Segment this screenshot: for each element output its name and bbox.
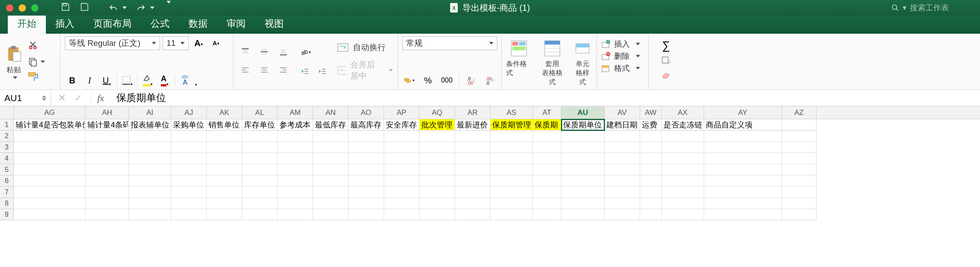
cancel-edit-icon[interactable]: ✕ [58, 92, 66, 104]
cell-AM9[interactable] [278, 209, 313, 220]
cell-AY8[interactable] [704, 198, 782, 209]
cell-AT1[interactable]: 保质期 [533, 119, 561, 130]
cell-AN4[interactable] [313, 153, 349, 164]
cell-AG1[interactable]: 辅计量4是否包装单位 [14, 119, 86, 130]
cell-AK8[interactable] [207, 198, 242, 209]
cell-AT5[interactable] [533, 164, 561, 175]
cell-AW5[interactable] [640, 164, 662, 175]
cell-AU1[interactable]: 保质期单位 [561, 119, 605, 130]
cell-AI1[interactable]: 报表辅单位 [129, 119, 171, 130]
cell-AU5[interactable] [561, 164, 605, 175]
cell-AU4[interactable] [561, 153, 605, 164]
cell-AR8[interactable] [455, 198, 490, 209]
cell-AJ5[interactable] [171, 164, 207, 175]
cell-AH4[interactable] [86, 153, 129, 164]
cell-AP6[interactable] [384, 175, 420, 187]
cell-AW2[interactable] [640, 130, 662, 142]
cell-AN7[interactable] [313, 187, 349, 198]
cell-AN8[interactable] [313, 198, 349, 209]
tab-review[interactable]: 审阅 [217, 14, 255, 34]
column-header-AP[interactable]: AP [384, 106, 420, 119]
cell-AV5[interactable] [605, 164, 640, 175]
save-icon[interactable] [61, 2, 70, 14]
cell-AS3[interactable] [490, 142, 533, 153]
cell-AI5[interactable] [129, 164, 171, 175]
increase-decimal-button[interactable]: .0.00 [464, 74, 478, 87]
cell-AO6[interactable] [349, 175, 384, 187]
formula-input[interactable] [111, 92, 980, 104]
cell-AT8[interactable] [533, 198, 561, 209]
search-input[interactable] [910, 3, 970, 13]
cell-AX1[interactable]: 是否走冻链 [662, 119, 704, 130]
cell-AT6[interactable] [533, 175, 561, 187]
cell-AL2[interactable] [242, 130, 278, 142]
cell-AN3[interactable] [313, 142, 349, 153]
cell-AZ5[interactable] [782, 164, 817, 175]
percent-button[interactable]: % [421, 74, 435, 87]
cell-AP5[interactable] [384, 164, 420, 175]
fx-icon[interactable]: fx [91, 92, 104, 104]
cell-AK5[interactable] [207, 164, 242, 175]
cell-AV1[interactable]: 建档日期 [605, 119, 640, 130]
cell-AT2[interactable] [533, 130, 561, 142]
cut-icon[interactable] [28, 40, 45, 52]
row-header-9[interactable]: 9 [0, 209, 14, 220]
cell-AM7[interactable] [278, 187, 313, 198]
cell-AQ3[interactable] [420, 142, 455, 153]
cell-AI9[interactable] [129, 209, 171, 220]
column-header-AJ[interactable]: AJ [171, 106, 207, 119]
cell-AO5[interactable] [349, 164, 384, 175]
cell-AK3[interactable] [207, 142, 242, 153]
cell-AT3[interactable] [533, 142, 561, 153]
cell-AU8[interactable] [561, 198, 605, 209]
cell-AY2[interactable] [704, 130, 782, 142]
column-header-AO[interactable]: AO [349, 106, 384, 119]
cell-AO2[interactable] [349, 130, 384, 142]
cell-AK2[interactable] [207, 130, 242, 142]
merge-center-button[interactable]: 合并后居中 [337, 59, 393, 82]
row-header-3[interactable]: 3 [0, 142, 14, 153]
copy-icon[interactable] [28, 57, 45, 67]
undo-icon[interactable] [109, 3, 127, 13]
cell-AH7[interactable] [86, 187, 129, 198]
align-right-button[interactable] [276, 64, 291, 76]
grow-font-button[interactable]: A▴ [191, 37, 206, 50]
cell-AX6[interactable] [662, 175, 704, 187]
cell-AT9[interactable] [533, 209, 561, 220]
phonetic-button[interactable]: abcA [178, 74, 192, 87]
cell-AJ8[interactable] [171, 198, 207, 209]
cell-AU9[interactable] [561, 209, 605, 220]
cell-AQ2[interactable] [420, 130, 455, 142]
cell-AM8[interactable] [278, 198, 313, 209]
column-header-AY[interactable]: AY [704, 106, 782, 119]
cell-AR2[interactable] [455, 130, 490, 142]
cell-AW6[interactable] [640, 175, 662, 187]
cell-AS6[interactable] [490, 175, 533, 187]
cell-AI7[interactable] [129, 187, 171, 198]
column-header-AU[interactable]: AU [561, 106, 605, 119]
cell-AM5[interactable] [278, 164, 313, 175]
align-left-button[interactable] [238, 64, 253, 76]
cell-AK9[interactable] [207, 209, 242, 220]
cell-AV9[interactable] [605, 209, 640, 220]
cell-AV6[interactable] [605, 175, 640, 187]
cell-AJ3[interactable] [171, 142, 207, 153]
cell-AO1[interactable]: 最高库存 [349, 119, 384, 130]
cell-AJ2[interactable] [171, 130, 207, 142]
column-header-AL[interactable]: AL [242, 106, 278, 119]
column-header-AH[interactable]: AH [86, 106, 129, 119]
cell-AN6[interactable] [313, 175, 349, 187]
qat-customize-icon[interactable] [164, 3, 171, 13]
cell-styles-button[interactable]: 单元 格样式 [573, 39, 592, 87]
cell-AY1[interactable]: 商品自定义项 [704, 119, 782, 130]
minimize-window-button[interactable] [19, 4, 26, 12]
column-header-AV[interactable]: AV [605, 106, 640, 119]
cell-AP8[interactable] [384, 198, 420, 209]
cell-AP2[interactable] [384, 130, 420, 142]
font-name-select[interactable]: 等线 Regular (正文) [65, 36, 160, 50]
close-window-button[interactable] [6, 4, 13, 12]
cell-AK4[interactable] [207, 153, 242, 164]
cell-AR7[interactable] [455, 187, 490, 198]
font-size-select[interactable]: 11 [163, 36, 189, 50]
row-header-5[interactable]: 5 [0, 164, 14, 175]
